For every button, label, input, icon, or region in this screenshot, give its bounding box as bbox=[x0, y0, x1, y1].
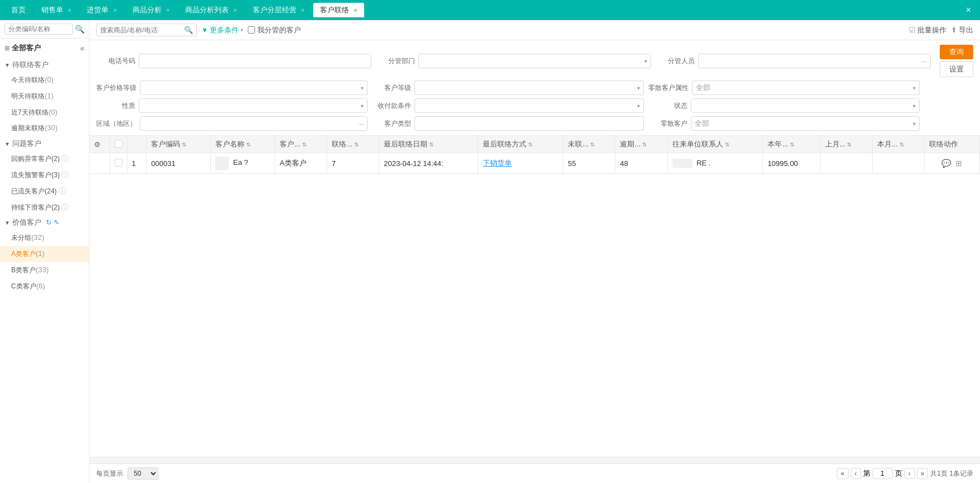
th-last-month[interactable]: 上月... ⇅ bbox=[820, 136, 872, 153]
person-input[interactable] bbox=[702, 57, 921, 65]
th-no-contact[interactable]: 未联... ⇅ bbox=[563, 136, 615, 153]
first-page-button[interactable]: « bbox=[837, 468, 849, 479]
payment-select[interactable]: ▾ bbox=[414, 98, 643, 113]
sort-icon[interactable]: ⇅ bbox=[528, 141, 533, 148]
sort-icon[interactable]: ⇅ bbox=[429, 141, 434, 148]
batch-op-button[interactable]: ☑ 批量操作 bbox=[909, 25, 946, 35]
last-contact-method-link[interactable]: 下销货单 bbox=[483, 159, 512, 167]
search-icon[interactable]: 🔍 bbox=[184, 26, 193, 34]
row-checkbox[interactable] bbox=[115, 159, 123, 167]
sidebar-item-b-class[interactable]: B类客户(33) bbox=[0, 262, 89, 278]
retail-select[interactable]: 全部 ▾ bbox=[691, 116, 920, 131]
page-size-select[interactable]: 50 100 200 bbox=[128, 467, 158, 480]
nav-tab-customer-segment[interactable]: 客户分层经营 × bbox=[246, 3, 311, 17]
sidebar-item-overdue[interactable]: 逾期未联络(30) bbox=[0, 120, 89, 136]
sidebar-section-value-title[interactable]: ▼ 价值客户 ↻ ✎ bbox=[0, 215, 89, 230]
close-icon[interactable]: × bbox=[354, 7, 357, 13]
th-unit-contact[interactable]: 往来单位联系人 ⇅ bbox=[667, 136, 763, 153]
query-button[interactable]: 查询 bbox=[940, 45, 973, 59]
edit-icon[interactable]: ✎ bbox=[54, 219, 59, 226]
chevron-down-icon: ▾ bbox=[241, 27, 243, 33]
th-type[interactable]: 客户... ⇅ bbox=[275, 136, 327, 153]
chat-icon[interactable]: 💬 bbox=[941, 159, 951, 168]
close-icon[interactable]: × bbox=[68, 7, 71, 13]
nav-tab-analysis-list[interactable]: 商品分析列表 × bbox=[178, 3, 243, 17]
more-conditions-button[interactable]: ▼ 更多条件 ▾ bbox=[201, 25, 243, 35]
page-number-input[interactable] bbox=[873, 468, 893, 479]
nav-tab-customer-contact[interactable]: 客户联络 × bbox=[313, 3, 364, 17]
th-name[interactable]: 客户名称 ⇅ bbox=[211, 136, 275, 153]
search-icon[interactable]: 🔍 bbox=[75, 25, 84, 34]
sort-icon[interactable]: ⇅ bbox=[847, 141, 851, 148]
nav-tab-analysis[interactable]: 商品分析 × bbox=[126, 3, 176, 17]
customer-grade-select[interactable]: ▾ bbox=[414, 80, 643, 95]
dots-icon[interactable]: ··· bbox=[921, 57, 927, 65]
sort-icon[interactable]: ⇅ bbox=[354, 141, 359, 148]
th-last-contact-method[interactable]: 最后联络方式 ⇅ bbox=[478, 136, 563, 153]
select-all-checkbox[interactable] bbox=[115, 140, 123, 148]
check-icon: ☑ bbox=[909, 26, 916, 34]
collapse-icon[interactable]: « bbox=[80, 44, 84, 53]
nav-tab-purchase[interactable]: 进货单 × bbox=[80, 3, 123, 17]
settings-icon[interactable]: ⚙ bbox=[94, 140, 101, 149]
retail-attr-select[interactable]: 全部 ▾ bbox=[692, 80, 920, 95]
close-icon[interactable]: × bbox=[166, 7, 169, 13]
sort-icon[interactable]: ⇅ bbox=[790, 141, 794, 148]
last-page-button[interactable]: » bbox=[917, 468, 929, 479]
my-customers-checkbox-label[interactable]: 我分管的客户 bbox=[248, 25, 301, 35]
sidebar-section-problem-title[interactable]: ▼ 问题客户 bbox=[0, 136, 89, 151]
status-select[interactable]: ▾ bbox=[691, 98, 920, 113]
th-code[interactable]: 客户编码 ⇅ bbox=[147, 136, 211, 153]
sort-icon[interactable]: ⇅ bbox=[182, 141, 186, 148]
close-all-button[interactable]: × bbox=[962, 3, 976, 17]
sort-icon[interactable]: ⇅ bbox=[302, 141, 307, 148]
sort-icon[interactable]: ⇅ bbox=[642, 141, 647, 148]
sidebar-item-churn-warning[interactable]: 流失预警客户(3) ⓘ bbox=[0, 167, 89, 183]
export-button[interactable]: ⬆ 导出 bbox=[951, 25, 973, 35]
table-scroll[interactable]: ⚙ 客户编码 ⇅ bbox=[89, 136, 980, 457]
dept-select[interactable]: ▾ bbox=[418, 54, 651, 68]
page-total: 共1页 1条记录 bbox=[930, 469, 973, 479]
customer-type-input[interactable] bbox=[414, 116, 643, 131]
sidebar-item-a-class[interactable]: A类客户(1) bbox=[0, 246, 89, 262]
close-icon[interactable]: × bbox=[301, 7, 304, 13]
sort-icon[interactable]: ⇅ bbox=[899, 141, 904, 148]
th-this-month[interactable]: 本月... ⇅ bbox=[872, 136, 924, 153]
category-search-input[interactable] bbox=[4, 23, 73, 35]
sidebar-section-pending-title[interactable]: ▼ 待联络客户 bbox=[0, 58, 89, 72]
sidebar-item-today[interactable]: 今天待联络(0) bbox=[0, 72, 89, 88]
setting-button[interactable]: 设置 bbox=[940, 61, 973, 77]
sort-icon[interactable]: ⇅ bbox=[590, 141, 595, 148]
all-customers-label[interactable]: 全部客户 bbox=[12, 43, 41, 53]
prev-page-button[interactable]: ‹ bbox=[851, 468, 861, 479]
nav-tab-sales[interactable]: 销售单 × bbox=[35, 3, 78, 17]
refresh-icon[interactable]: ↻ bbox=[46, 219, 51, 226]
sort-icon[interactable]: ⇅ bbox=[725, 141, 729, 148]
dots-icon[interactable]: ··· bbox=[357, 120, 364, 128]
nav-home[interactable]: 首页 bbox=[4, 3, 32, 17]
filter-field-customer-type: 客户类型 bbox=[372, 116, 643, 131]
sidebar-item-unclassified[interactable]: 未分组(32) bbox=[0, 230, 89, 246]
search-input[interactable] bbox=[100, 26, 182, 34]
sidebar-item-churned[interactable]: 已流失客户(24) ⓘ bbox=[0, 183, 89, 200]
region-input[interactable] bbox=[144, 120, 357, 127]
th-contact[interactable]: 联络... ⇅ bbox=[327, 136, 379, 153]
sidebar-item-abnormal[interactable]: 回购异常客户(2) ⓘ bbox=[0, 151, 89, 167]
close-icon[interactable]: × bbox=[233, 7, 237, 13]
sidebar-item-tomorrow[interactable]: 明天待联络(1) bbox=[0, 88, 89, 105]
th-this-year[interactable]: 本年... ⇅ bbox=[763, 136, 820, 153]
sidebar-item-c-class[interactable]: C类客户(6) bbox=[0, 278, 89, 295]
sidebar-item-7days[interactable]: 近7天待联络(0) bbox=[0, 105, 89, 121]
next-page-button[interactable]: › bbox=[904, 468, 915, 479]
qr-icon[interactable]: ⊞ bbox=[955, 159, 962, 168]
nature-select[interactable]: ▾ bbox=[139, 98, 368, 113]
th-overdue[interactable]: 逾期... ⇅ bbox=[615, 136, 667, 153]
close-icon[interactable]: × bbox=[113, 7, 116, 13]
phone-input[interactable] bbox=[139, 54, 371, 68]
sidebar-item-declining[interactable]: 持续下滑客户(2) ⓘ bbox=[0, 200, 89, 216]
horizontal-scrollbar[interactable] bbox=[89, 457, 980, 463]
my-customers-checkbox[interactable] bbox=[248, 26, 255, 34]
sort-icon[interactable]: ⇅ bbox=[246, 141, 251, 148]
price-grade-select[interactable]: ▾ bbox=[140, 80, 368, 95]
th-last-contact-date[interactable]: 最后联络日期 ⇅ bbox=[379, 136, 478, 153]
